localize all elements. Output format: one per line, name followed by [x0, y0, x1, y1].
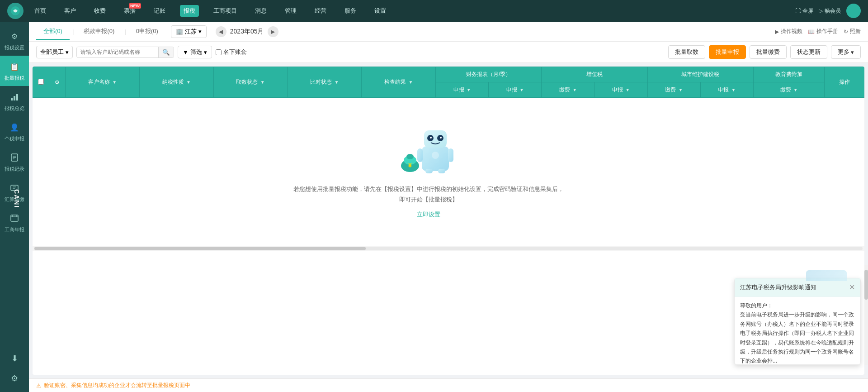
search-button[interactable]: 🔍	[158, 47, 174, 57]
th-vat-pay[interactable]: 缴费 ▼	[542, 82, 594, 98]
th-city-pay[interactable]: 缴费 ▼	[647, 82, 700, 98]
svg-point-29	[432, 152, 439, 159]
robot-body	[417, 128, 453, 175]
notification-header: 江苏电子税务局升级影响通知 ✕	[735, 278, 860, 296]
annual-report-icon	[8, 212, 21, 225]
filter-arrow-icon: ▼	[112, 80, 117, 85]
th-check-result[interactable]: 检查结果 ▼	[362, 67, 436, 98]
th-tax-type[interactable]: 纳税性质 ▼	[139, 67, 213, 98]
fullscreen-button[interactable]: ⛶ 全屏	[795, 7, 813, 15]
horizontal-scrollbar[interactable]	[33, 246, 864, 251]
svg-rect-11	[11, 215, 18, 221]
nav-service[interactable]: 服务	[341, 5, 360, 17]
th-edu-pay[interactable]: 缴费 ▼	[753, 82, 824, 98]
filter-sub-1: ▼	[467, 87, 471, 92]
sidebar-item-tax-overview[interactable]: 报税总览	[0, 86, 29, 116]
search-box: 🔍	[76, 47, 174, 58]
refresh-icon: ↻	[844, 29, 848, 35]
footer-notice: ⚠ 验证账密、采集信息均成功的企业才会流转至批量报税页面中	[29, 378, 868, 392]
svg-rect-1	[11, 98, 13, 100]
table-header-row-1: ⚙ 客户名称 ▼ 纳税性质 ▼ 取数状态 ▼ 比对状态 ▼ 检查结果 ▼ 财务报…	[33, 67, 864, 82]
right-scrollbar-thumb[interactable]	[864, 270, 868, 300]
setup-link[interactable]: 立即设置	[417, 210, 440, 219]
refresh-button[interactable]: ↻ 照新	[844, 28, 861, 35]
th-city-declare[interactable]: 申报 ▼	[594, 82, 647, 98]
th-edu-declare[interactable]: 申报 ▼	[700, 82, 753, 98]
nav-manage[interactable]: 管理	[281, 5, 300, 17]
sidebar-item-tax-records[interactable]: 报税记录	[0, 147, 29, 177]
empty-row: ¥	[33, 98, 864, 246]
top-nav-right: ⛶ 全屏 ▷ 畅会员	[795, 4, 861, 18]
logo[interactable]	[7, 3, 24, 19]
staff-selector[interactable]: 全部员工 ▾	[36, 46, 73, 58]
svg-point-18	[406, 154, 414, 159]
nav-customer[interactable]: 客户	[61, 5, 80, 17]
th-customer-name[interactable]: 客户名称 ▼	[66, 67, 140, 98]
sidebar-item-tax-settings[interactable]: ⚙ 报税设置	[0, 25, 29, 56]
robot-illustration: ¥	[399, 125, 458, 175]
scroll-thumb[interactable]	[34, 247, 366, 250]
nav-tax[interactable]: 报税	[180, 5, 199, 17]
filter-sub-6: ▼	[731, 87, 736, 92]
table-head: ⚙ 客户名称 ▼ 纳税性质 ▼ 取数状态 ▼ 比对状态 ▼ 检查结果 ▼ 财务报…	[33, 67, 864, 98]
warning-icon: ⚠	[36, 382, 41, 389]
more-button[interactable]: 更多 ▾	[831, 45, 861, 59]
batch-pay-button[interactable]: 批量缴费	[750, 45, 787, 59]
th-compare-status[interactable]: 比对状态 ▼	[288, 67, 362, 98]
select-all-checkbox[interactable]	[38, 79, 44, 85]
empty-state-cell: ¥	[33, 98, 825, 246]
tab-tax-declare[interactable]: 税款申报(0)	[76, 24, 122, 40]
batch-fetch-button[interactable]: 批量取数	[668, 45, 705, 59]
th-financial-report: 财务报表（月/季）	[436, 67, 542, 82]
region-selector[interactable]: 🏢 江苏 ▾	[171, 25, 207, 38]
tabs-right: ▶ 操作视频 📖 操作手册 ↻ 照新	[775, 28, 861, 35]
sub-account-checkbox[interactable]	[216, 49, 222, 55]
notification-close-button[interactable]: ✕	[849, 283, 855, 292]
nav-bill[interactable]: 票据 NEW	[120, 5, 139, 17]
region-icon: 🏢	[176, 28, 183, 35]
top-nav: 首页 客户 收费 票据 NEW 记账 报税 工商项目 消息 管理 经营 服务 设…	[0, 0, 868, 22]
user-avatar[interactable]	[846, 4, 861, 18]
svg-text:¥: ¥	[408, 162, 412, 169]
operation-manual-button[interactable]: 📖 操作手册	[808, 28, 838, 35]
download-icon[interactable]: ⬇	[6, 350, 23, 367]
sidebar-item-batch-tax[interactable]: 📋 批量报税	[0, 56, 29, 86]
nav-operation[interactable]: 经营	[311, 5, 330, 17]
th-vat-declare[interactable]: 申报 ▼	[489, 82, 542, 98]
tax-records-icon	[8, 151, 21, 164]
search-input[interactable]	[77, 47, 158, 57]
prev-month-button[interactable]: ◀	[216, 26, 226, 37]
th-fetch-status[interactable]: 取数状态 ▼	[213, 67, 288, 98]
filter-sub-3: ▼	[572, 87, 577, 92]
th-fin-declare[interactable]: 申报 ▼	[436, 82, 489, 98]
th-settings[interactable]: ⚙	[49, 67, 66, 98]
personal-tax-icon: 👤	[8, 121, 21, 134]
nav-message[interactable]: 消息	[251, 5, 270, 17]
status-update-button[interactable]: 状态更新	[790, 45, 827, 59]
settings-bottom-icon[interactable]: ⚙	[6, 370, 23, 387]
next-month-button[interactable]: ▶	[268, 26, 278, 37]
notif-decoration	[806, 270, 847, 281]
sidebar-item-personal-tax[interactable]: 👤 个税申报	[0, 116, 29, 147]
notification-title: 江苏电子税务局升级影响通知	[740, 283, 816, 292]
tax-settings-icon: ⚙	[8, 30, 21, 43]
tab-all[interactable]: 全部(0)	[36, 24, 70, 40]
member-button[interactable]: ▷ 畅会员	[819, 7, 841, 15]
data-table: ⚙ 客户名称 ▼ 纳税性质 ▼ 取数状态 ▼ 比对状态 ▼ 检查结果 ▼ 财务报…	[33, 67, 864, 246]
notification-card: 江苏电子税务局升级影响通知 ✕ 尊敬的用户： 受当前电子税务局进一步升级的影响，…	[734, 278, 861, 365]
filter-arrow-icon-4: ▼	[335, 80, 339, 85]
svg-point-23	[430, 137, 432, 139]
batch-declare-button[interactable]: 批量申报	[709, 45, 746, 59]
filter-button[interactable]: ▼ 筛选 ▾	[178, 46, 212, 58]
nav-settings[interactable]: 设置	[371, 5, 390, 17]
tax-overview-icon	[8, 91, 21, 103]
nav-business[interactable]: 工商项目	[210, 5, 241, 17]
nav-home[interactable]: 首页	[31, 5, 50, 17]
operation-video-button[interactable]: ▶ 操作视频	[775, 28, 802, 35]
nav-fee[interactable]: 收费	[90, 5, 109, 17]
tab-zero-declare[interactable]: 0申报(0)	[129, 24, 165, 40]
nav-accounting[interactable]: 记账	[150, 5, 169, 17]
right-scrollbar[interactable]	[864, 265, 868, 365]
sub-account-checkbox-label[interactable]: 名下账套	[216, 48, 247, 56]
svg-rect-26	[448, 148, 453, 162]
